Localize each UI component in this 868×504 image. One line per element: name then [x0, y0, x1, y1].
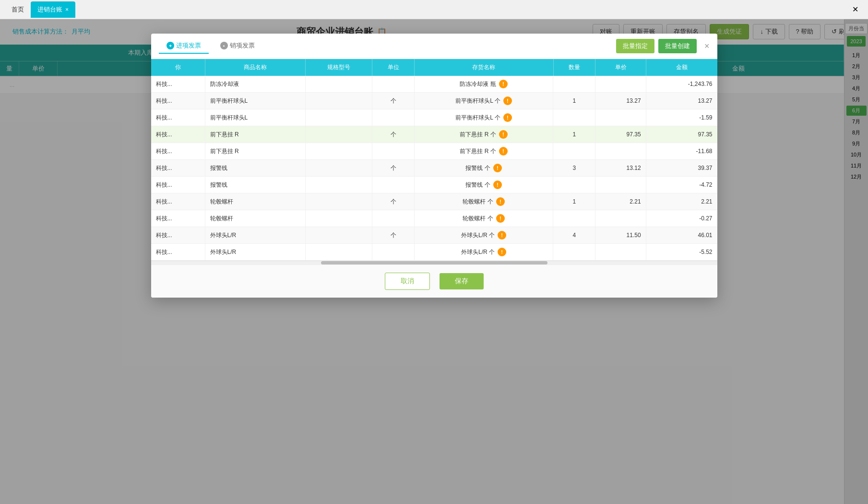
table-cell: -11.68: [646, 143, 717, 160]
incoming-tab-icon: ✦: [166, 42, 174, 49]
table-cell: [553, 177, 595, 193]
batch-assign-button[interactable]: 批量指定: [616, 39, 654, 53]
table-cell: 报警线 个!: [415, 160, 553, 176]
warning-icon: !: [493, 180, 502, 189]
table-row[interactable]: 科技...前下悬挂 R个前下悬挂 R 个!197.3597.35: [151, 126, 717, 143]
table-cell: 外球头L/R: [205, 244, 305, 261]
table-cell: 轮毂螺杆: [205, 193, 305, 210]
table-cell: [595, 244, 646, 261]
table-cell: 科技...: [151, 210, 205, 227]
table-cell: 报警线: [205, 177, 305, 193]
table-cell: [595, 143, 646, 160]
home-tab[interactable]: 首页: [5, 1, 31, 18]
warning-icon: !: [499, 80, 508, 88]
table-cell: [595, 76, 646, 93]
table-cell: 防冻冷却液 瓶!: [415, 76, 553, 92]
table-cell: [553, 109, 595, 126]
table-cell: 前下悬挂 R 个!: [415, 143, 553, 159]
table-row[interactable]: 科技...前平衡杆球头L前平衡杆球头L 个!-1.59: [151, 109, 717, 126]
table-cell: [372, 109, 415, 126]
table-cell: 13.27: [646, 93, 717, 109]
table-cell: 13.12: [595, 160, 646, 177]
table-cell: 个: [372, 126, 415, 143]
table-row[interactable]: 科技...报警线报警线 个!-4.72: [151, 177, 717, 193]
table-row[interactable]: 科技...轮毂螺杆轮毂螺杆 个!-0.27: [151, 210, 717, 227]
warning-icon: !: [496, 214, 505, 223]
table-cell: 前平衡杆球头L 个!: [415, 93, 553, 109]
table-cell: [595, 210, 646, 227]
table-cell: [372, 143, 415, 160]
table-cell: 轮毂螺杆 个!: [415, 210, 553, 227]
table-cell: 个: [372, 227, 415, 244]
table-cell: 科技...: [151, 244, 205, 261]
table-cell: [553, 143, 595, 160]
table-cell: [372, 244, 415, 261]
table-cell: 前下悬挂 R 个!: [415, 126, 553, 143]
table-cell: 轮毂螺杆: [205, 210, 305, 227]
table-cell: -4.72: [646, 177, 717, 193]
modal-footer: 取消 保存: [151, 264, 717, 298]
table-row[interactable]: 科技...防冻冷却液防冻冷却液 瓶!-1,243.76: [151, 76, 717, 93]
table-cell: 科技...: [151, 227, 205, 244]
th-col5: 存货名称: [415, 59, 553, 76]
table-cell: 1: [553, 126, 595, 143]
outgoing-tab-icon: ▪: [220, 42, 228, 49]
table-row[interactable]: 科技...报警线个报警线 个!313.1239.37: [151, 160, 717, 177]
table-cell: 个: [372, 160, 415, 177]
tab-incoming[interactable]: ✦ 进项发票: [159, 38, 209, 54]
top-bar: 首页 进销台账 × ✕: [0, 0, 868, 19]
table-cell: 46.01: [646, 227, 717, 244]
table-cell: [305, 210, 372, 227]
modal-close-button[interactable]: ×: [704, 41, 710, 51]
modal-table-wrapper[interactable]: 你 商品名称 规格型号 单位 存货名称 数量 单价 金额 科技...防冻冷却液防…: [151, 59, 717, 261]
table-cell: [305, 109, 372, 126]
table-cell: 97.35: [646, 126, 717, 143]
table-cell: 外球头L/R 个!: [415, 227, 553, 243]
tab-outgoing[interactable]: ▪ 销项发票: [213, 38, 262, 54]
batch-create-button[interactable]: 批量创建: [658, 39, 697, 53]
th-col2: 商品名称: [205, 59, 305, 76]
th-col4: 单位: [372, 59, 415, 76]
table-cell: 科技...: [151, 109, 205, 126]
table-cell: [553, 76, 595, 93]
cancel-button[interactable]: 取消: [385, 273, 430, 290]
table-cell: [305, 126, 372, 143]
warning-icon: !: [498, 248, 506, 256]
modal-table: 你 商品名称 规格型号 单位 存货名称 数量 单价 金额 科技...防冻冷却液防…: [151, 59, 717, 261]
table-cell: 科技...: [151, 126, 205, 143]
table-cell: [372, 177, 415, 193]
incoming-tab-label: 进项发票: [176, 41, 201, 50]
table-cell: 科技...: [151, 177, 205, 193]
table-cell: 11.50: [595, 227, 646, 244]
modal-header-actions: 批量指定 批量创建: [616, 39, 697, 53]
save-button[interactable]: 保存: [440, 273, 484, 289]
tab-close-icon[interactable]: ×: [65, 6, 69, 13]
horizontal-scrollbar[interactable]: [151, 261, 717, 264]
table-cell: 科技...: [151, 193, 205, 210]
warning-icon: !: [499, 147, 508, 156]
table-cell: 外球头L/R 个!: [415, 244, 553, 260]
table-header-row: 你 商品名称 规格型号 单位 存货名称 数量 单价 金额: [151, 59, 717, 76]
main-tab[interactable]: 进销台账 ×: [31, 1, 75, 18]
table-row[interactable]: 科技...前下悬挂 R前下悬挂 R 个!-11.68: [151, 143, 717, 160]
table-cell: 2.21: [646, 193, 717, 210]
table-row[interactable]: 科技...前平衡杆球头L个前平衡杆球头L 个!113.2713.27: [151, 93, 717, 109]
warning-icon: !: [499, 130, 508, 139]
warning-icon: !: [503, 96, 512, 105]
table-cell: 轮毂螺杆 个!: [415, 193, 553, 210]
window-close-icon[interactable]: ✕: [847, 3, 863, 16]
table-cell: 前下悬挂 R: [205, 143, 305, 160]
table-cell: 科技...: [151, 143, 205, 160]
table-cell: [305, 143, 372, 160]
table-row[interactable]: 科技...外球头L/R个外球头L/R 个!411.5046.01: [151, 227, 717, 244]
table-cell: 前平衡杆球头L: [205, 93, 305, 109]
table-cell: 报警线 个!: [415, 177, 553, 193]
table-cell: 个: [372, 193, 415, 210]
table-row[interactable]: 科技...轮毂螺杆个轮毂螺杆 个!12.212.21: [151, 193, 717, 210]
th-col1: 你: [151, 59, 205, 76]
table-cell: 科技...: [151, 93, 205, 109]
modal-overlay: ✦ 进项发票 ▪ 销项发票 批量指定 批量创建 × 你: [0, 19, 868, 504]
table-cell: [595, 109, 646, 126]
table-cell: -1.59: [646, 109, 717, 126]
table-row[interactable]: 科技...外球头L/R外球头L/R 个!-5.52: [151, 244, 717, 261]
